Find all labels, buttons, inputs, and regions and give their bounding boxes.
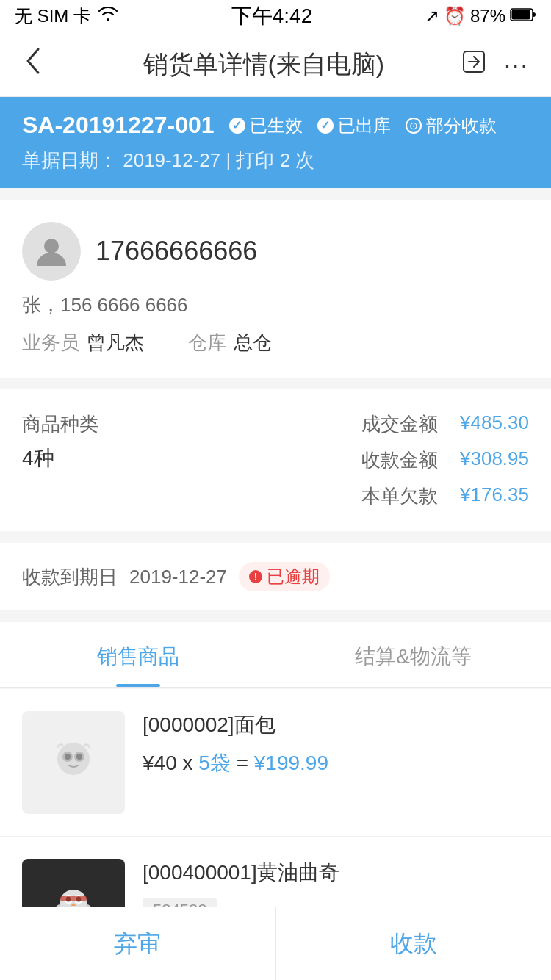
share-icon[interactable] (461, 49, 486, 79)
product-info-1: [0000002]面包 ¥40 x 5袋 = ¥199.99 (143, 711, 529, 814)
bottom-bar: 弃审 收款 (0, 907, 551, 980)
salesperson-meta: 业务员 曾凡杰 (22, 330, 144, 356)
status-shipped: ✓ 已出库 (317, 114, 391, 137)
overdue-text: 已逾期 (267, 565, 320, 588)
tab-sales-products[interactable]: 销售商品 (0, 622, 276, 687)
avatar (22, 222, 81, 281)
due-date-value: 2019-12-27 (129, 566, 227, 588)
svg-point-7 (65, 754, 71, 760)
svg-point-3 (44, 239, 59, 253)
svg-rect-17 (60, 896, 87, 901)
clock-icon: ⊙ (406, 118, 422, 134)
customer-name: 张，156 6666 6666 (22, 292, 529, 318)
stats-section: 商品种类 4种 成交金额 ¥485.30 收款金额 ¥308.95 本单欠款 ¥… (0, 389, 551, 531)
owed-amount-row: 本单欠款 ¥176.35 (361, 483, 529, 509)
battery-level: 87% (470, 6, 505, 26)
tab-settlement-logistics[interactable]: 结算&物流等 (276, 622, 551, 687)
nav-bar: 销货单详情(来自电脑) ··· (0, 32, 551, 97)
back-button[interactable] (22, 43, 66, 85)
sim-status: 无 SIM 卡 (15, 4, 91, 28)
page-title: 销货单详情(来自电脑) (143, 48, 385, 82)
status-bar: 无 SIM 卡 下午4:42 ↗ ⏰ 87% (0, 0, 551, 32)
battery-icon (510, 6, 536, 26)
warehouse-meta: 仓库 总仓 (188, 330, 272, 356)
more-icon[interactable]: ··· (504, 50, 529, 79)
tabs-section: 销售商品 结算&物流等 (0, 622, 551, 688)
check-icon-2: ✓ (317, 118, 334, 134)
product-types-label: 商品种类 (22, 411, 98, 437)
customer-meta: 业务员 曾凡杰 仓库 总仓 (22, 330, 529, 356)
product-image-1 (22, 711, 125, 814)
order-id: SA-20191227-001 (22, 112, 215, 139)
overdue-icon: ! (249, 570, 262, 583)
customer-row: 17666666666 (22, 222, 529, 281)
status-time: 下午4:42 (231, 2, 313, 30)
location-icon: ↗ (425, 6, 439, 26)
svg-rect-1 (512, 10, 530, 20)
status-right: ↗ ⏰ 87% (425, 6, 536, 26)
status-left: 无 SIM 卡 (15, 4, 119, 28)
received-amount-row: 收款金额 ¥308.95 (361, 447, 529, 473)
status-effective: ✓ 已生效 (229, 114, 303, 137)
product-price-1: ¥40 x 5袋 = ¥199.99 (143, 749, 529, 777)
overdue-badge: ! 已逾期 (239, 562, 330, 591)
stats-right: 成交金额 ¥485.30 收款金额 ¥308.95 本单欠款 ¥176.35 (361, 411, 529, 509)
alarm-icon: ⏰ (444, 6, 466, 26)
customer-phone: 17666666666 (96, 236, 257, 267)
customer-section: 17666666666 张，156 6666 6666 业务员 曾凡杰 仓库 总… (0, 200, 551, 378)
due-section: 收款到期日 2019-12-27 ! 已逾期 (0, 543, 551, 610)
svg-point-8 (76, 754, 82, 760)
product-name-1: [0000002]面包 (143, 711, 529, 739)
due-date-label: 收款到期日 (22, 564, 118, 590)
deal-amount-row: 成交金额 ¥485.30 (361, 411, 529, 437)
product-item-1: [0000002]面包 ¥40 x 5袋 = ¥199.99 (0, 689, 551, 837)
product-name-2: [000400001]黄油曲奇 (143, 859, 529, 887)
check-icon-1: ✓ (229, 118, 245, 134)
svg-point-4 (57, 743, 90, 775)
header-date: 单据日期： 2019-12-27 | 打印 2 次 (22, 148, 529, 173)
wifi-icon (97, 6, 119, 26)
header-banner: SA-20191227-001 ✓ 已生效 ✓ 已出库 ⊙ 部分收款 单据日期：… (0, 97, 551, 188)
nav-actions: ··· (461, 49, 529, 79)
stats-left: 商品种类 4种 (22, 411, 98, 472)
collect-payment-button[interactable]: 收款 (276, 907, 552, 980)
order-header-row: SA-20191227-001 ✓ 已生效 ✓ 已出库 ⊙ 部分收款 (22, 112, 529, 139)
status-partial-payment: ⊙ 部分收款 (406, 114, 497, 137)
product-types-value: 4种 (22, 444, 98, 472)
cancel-review-button[interactable]: 弃审 (0, 907, 276, 980)
